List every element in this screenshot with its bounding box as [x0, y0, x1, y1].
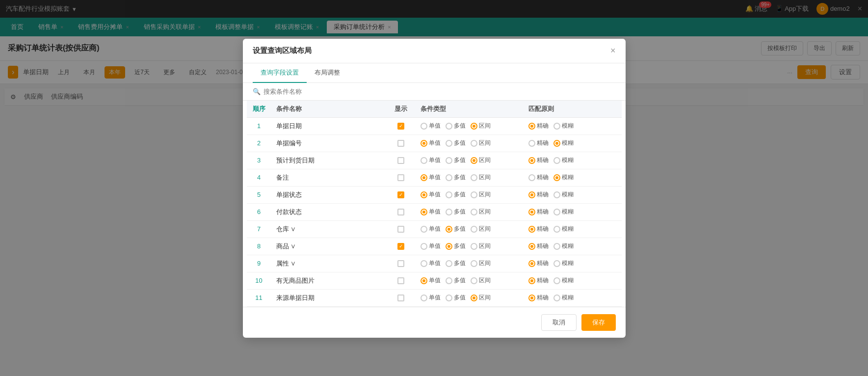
dialog-title: 设置查询区域布局: [253, 46, 312, 55]
dialog-tabs: 查询字段设置 布局调整: [243, 63, 626, 83]
search-input[interactable]: [263, 88, 362, 95]
dialog-header: 设置查询区域布局 ×: [243, 39, 626, 63]
tab-query-fields[interactable]: 查询字段设置: [253, 63, 307, 83]
dialog-close-button[interactable]: ×: [610, 46, 616, 56]
col-header-match: 匹配原则: [524, 101, 622, 110]
search-icon: 🔍: [253, 88, 261, 95]
tab-layout-adjust[interactable]: 布局调整: [307, 63, 348, 83]
conditions-table: 顺序 条件名称 显示 条件类型 匹配原则 1单据日期单值多值区间精确模糊2单据编…: [243, 101, 626, 110]
col-header-type: 条件类型: [416, 101, 524, 110]
col-header-order: 顺序: [247, 101, 271, 110]
col-header-show: 显示: [386, 101, 416, 110]
dialog-search-area: 🔍: [243, 83, 626, 101]
col-header-name: 条件名称: [271, 101, 386, 110]
table-head-row: 顺序 条件名称 显示 条件类型 匹配原则: [247, 101, 622, 110]
settings-dialog: 设置查询区域布局 × 查询字段设置 布局调整 🔍 顺序 条件名称 显示 条件类型: [243, 39, 626, 110]
modal-overlay: 设置查询区域布局 × 查询字段设置 布局调整 🔍 顺序 条件名称 显示 条件类型: [0, 0, 868, 110]
